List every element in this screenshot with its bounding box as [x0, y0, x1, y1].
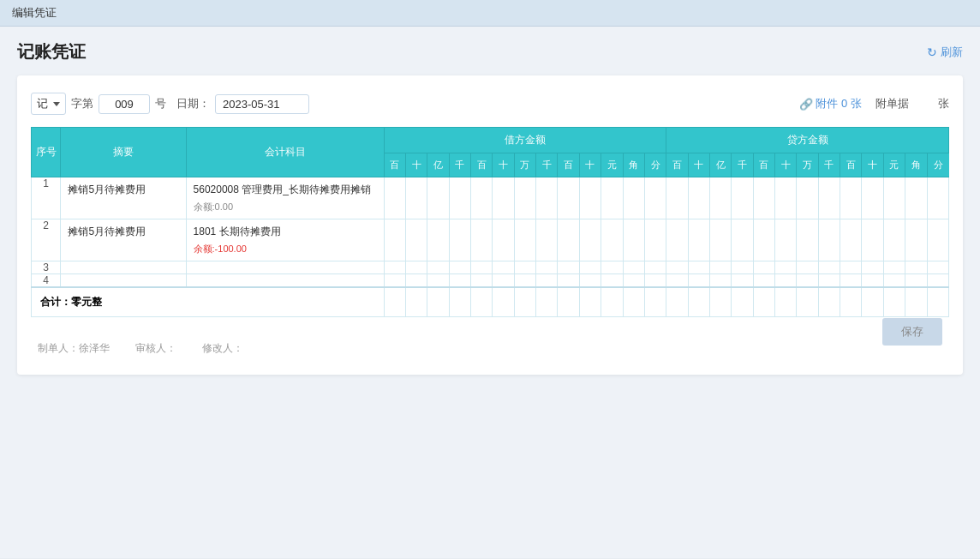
row-4-credit-3[interactable] [732, 274, 753, 288]
row-4-debit-2[interactable] [427, 274, 449, 288]
row-4-credit-6[interactable] [797, 274, 818, 288]
row-3-account[interactable] [186, 261, 384, 274]
refresh-button[interactable]: ↻ 刷新 [927, 45, 963, 60]
row-4-debit-3[interactable] [449, 274, 470, 288]
row-1-debit-2[interactable] [427, 177, 449, 219]
row-2-debit-3[interactable] [449, 219, 470, 261]
row-1-account[interactable]: 56020008 管理费用_长期待摊费用摊销余额:0.00 [186, 177, 384, 219]
row-1-credit-10[interactable] [883, 177, 905, 219]
row-4-credit-10[interactable] [883, 274, 905, 288]
row-4-debit-6[interactable] [514, 274, 535, 288]
row-1-debit-8[interactable] [558, 177, 579, 219]
row-2-credit-9[interactable] [862, 219, 883, 261]
row-1-debit-12[interactable] [644, 177, 666, 219]
row-1-credit-1[interactable] [688, 177, 709, 219]
save-button[interactable]: 保存 [882, 318, 942, 346]
row-1-debit-4[interactable] [470, 177, 492, 219]
row-2-debit-0[interactable] [384, 219, 405, 261]
row-2-account[interactable]: 1801 长期待摊费用余额:-100.00 [186, 219, 384, 261]
row-1-summary[interactable]: 摊销5月待摊费用 [61, 177, 186, 219]
row-2-debit-8[interactable] [558, 219, 579, 261]
row-4-credit-11[interactable] [905, 274, 927, 288]
type-select[interactable]: 记 [31, 93, 66, 115]
row-2-debit-11[interactable] [623, 219, 644, 261]
row-2-debit-9[interactable] [579, 219, 601, 261]
row-2-credit-4[interactable] [753, 219, 774, 261]
row-4-debit-0[interactable] [384, 274, 405, 288]
row-4-debit-12[interactable] [644, 274, 666, 288]
row-1-credit-8[interactable] [840, 177, 862, 219]
row-2-debit-1[interactable] [405, 219, 427, 261]
row-2-debit-12[interactable] [644, 219, 666, 261]
row-2-credit-1[interactable] [688, 219, 709, 261]
row-4-debit-8[interactable] [558, 274, 579, 288]
row-3-credit-0[interactable] [666, 261, 688, 274]
row-4-credit-1[interactable] [688, 274, 709, 288]
row-3-credit-12[interactable] [927, 261, 948, 274]
row-4-credit-2[interactable] [709, 274, 731, 288]
row-2-credit-0[interactable] [666, 219, 688, 261]
row-3-debit-10[interactable] [601, 261, 623, 274]
row-3-debit-7[interactable] [536, 261, 558, 274]
row-1-debit-9[interactable] [579, 177, 601, 219]
row-1-credit-9[interactable] [862, 177, 883, 219]
row-1-credit-6[interactable] [797, 177, 818, 219]
row-2-debit-2[interactable] [427, 219, 449, 261]
row-2-summary[interactable]: 摊销5月待摊费用 [61, 219, 186, 261]
row-4-credit-9[interactable] [862, 274, 883, 288]
row-3-debit-5[interactable] [493, 261, 514, 274]
row-3-debit-6[interactable] [514, 261, 535, 274]
row-2-debit-4[interactable] [470, 219, 492, 261]
row-4-debit-5[interactable] [493, 274, 514, 288]
row-4-credit-7[interactable] [818, 274, 840, 288]
row-2-debit-10[interactable] [601, 219, 623, 261]
voucher-number-input[interactable] [99, 94, 150, 114]
row-3-debit-2[interactable] [427, 261, 449, 274]
row-4-debit-11[interactable] [623, 274, 644, 288]
row-4-debit-7[interactable] [536, 274, 558, 288]
row-3-debit-12[interactable] [644, 261, 666, 274]
row-4-debit-4[interactable] [470, 274, 492, 288]
row-2-debit-6[interactable] [514, 219, 535, 261]
row-1-credit-3[interactable] [732, 177, 753, 219]
row-2-credit-5[interactable] [775, 219, 797, 261]
row-2-credit-12[interactable] [927, 219, 948, 261]
row-3-credit-11[interactable] [905, 261, 927, 274]
row-3-credit-4[interactable] [753, 261, 774, 274]
row-1-debit-3[interactable] [449, 177, 470, 219]
row-3-credit-3[interactable] [732, 261, 753, 274]
row-4-summary[interactable] [61, 274, 186, 288]
row-3-credit-10[interactable] [883, 261, 905, 274]
row-3-credit-2[interactable] [709, 261, 731, 274]
row-3-credit-7[interactable] [818, 261, 840, 274]
row-2-credit-2[interactable] [709, 219, 731, 261]
row-2-credit-8[interactable] [840, 219, 862, 261]
row-3-credit-1[interactable] [688, 261, 709, 274]
row-3-debit-9[interactable] [579, 261, 601, 274]
row-1-debit-7[interactable] [536, 177, 558, 219]
row-2-credit-10[interactable] [883, 219, 905, 261]
row-4-debit-10[interactable] [601, 274, 623, 288]
row-3-debit-4[interactable] [470, 261, 492, 274]
row-1-credit-4[interactable] [753, 177, 774, 219]
row-3-debit-0[interactable] [384, 261, 405, 274]
row-2-credit-7[interactable] [818, 219, 840, 261]
row-3-credit-6[interactable] [797, 261, 818, 274]
row-1-credit-11[interactable] [905, 177, 927, 219]
row-4-credit-5[interactable] [775, 274, 797, 288]
row-2-credit-11[interactable] [905, 219, 927, 261]
row-3-credit-8[interactable] [840, 261, 862, 274]
row-3-debit-3[interactable] [449, 261, 470, 274]
row-3-debit-11[interactable] [623, 261, 644, 274]
row-3-debit-8[interactable] [558, 261, 579, 274]
attachment-link[interactable]: 🔗 附件 0 张 [799, 96, 861, 111]
row-4-account[interactable] [186, 274, 384, 288]
row-2-debit-5[interactable] [493, 219, 514, 261]
row-4-debit-1[interactable] [405, 274, 427, 288]
row-1-credit-2[interactable] [709, 177, 731, 219]
row-4-debit-9[interactable] [579, 274, 601, 288]
row-1-debit-0[interactable] [384, 177, 405, 219]
row-2-credit-3[interactable] [732, 219, 753, 261]
row-1-debit-1[interactable] [405, 177, 427, 219]
row-1-credit-0[interactable] [666, 177, 688, 219]
